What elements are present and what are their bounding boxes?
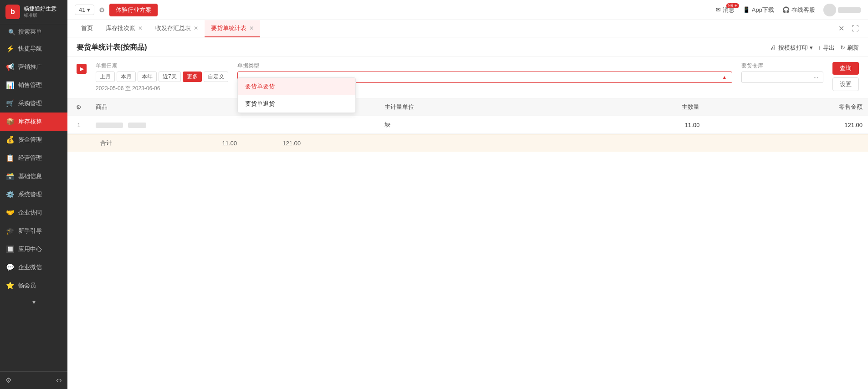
scroll-down-button[interactable]: ▾ bbox=[0, 297, 67, 307]
sidebar-item-purchase[interactable]: 🛒 采购管理 bbox=[0, 94, 67, 113]
sidebar-item-label: 畅会员 bbox=[18, 282, 36, 290]
search-icon: 🔍 bbox=[8, 29, 15, 36]
settings-icon[interactable]: ⚙ bbox=[5, 376, 11, 384]
chevron-down-icon: ▾ bbox=[87, 6, 90, 13]
footer-amount: 121.00 bbox=[237, 140, 301, 147]
chevron-up-icon: ▲ bbox=[722, 74, 727, 81]
table-row: 1 块 11.00 121.00 bbox=[67, 116, 868, 134]
app-version: 标准版 bbox=[24, 12, 56, 19]
sidebar-item-label: 经营管理 bbox=[18, 154, 42, 162]
export-label: 导出 bbox=[823, 44, 835, 52]
date-label: 单据日期 bbox=[96, 62, 118, 70]
enterprise-icon: 🤝 bbox=[5, 208, 15, 217]
col-unit: 主计量单位 bbox=[379, 98, 570, 116]
wechat-icon: 💬 bbox=[5, 263, 15, 272]
tab-receipt-summary[interactable]: 收发存汇总表 ✕ bbox=[149, 20, 205, 37]
dropdown-item-requisition[interactable]: 要货单要货 bbox=[238, 78, 355, 95]
header-right: ✉ 消息 99 + 📱 App下载 🎧 在线客服 bbox=[716, 4, 861, 16]
printer-icon: 🖨 bbox=[770, 44, 776, 51]
trial-btn[interactable]: 体验行业方案 bbox=[109, 4, 158, 16]
ellipsis-icon[interactable]: ··· bbox=[813, 74, 818, 81]
filter-toggle-button[interactable]: ▶ bbox=[77, 64, 87, 74]
sidebar-item-member[interactable]: ⭐ 畅会员 bbox=[0, 276, 67, 295]
gear-button[interactable]: ⚙ bbox=[99, 6, 105, 14]
row-amount[interactable]: 121.00 bbox=[705, 116, 868, 134]
search-menu-label: 搜索菜单 bbox=[18, 28, 42, 36]
sidebar-item-system[interactable]: ⚙️ 系统管理 bbox=[0, 185, 67, 204]
refresh-label: 刷新 bbox=[847, 44, 859, 52]
sidebar-item-label: 新手引导 bbox=[18, 227, 42, 235]
tab-home[interactable]: 首页 bbox=[75, 20, 99, 37]
messages-item[interactable]: ✉ 消息 99 + bbox=[716, 6, 734, 14]
tab-batch-account[interactable]: 库存批次账 ✕ bbox=[99, 20, 149, 37]
app-download-item[interactable]: 📱 App下载 bbox=[743, 6, 774, 14]
date-btn-custom[interactable]: 自定义 bbox=[204, 72, 228, 82]
sidebar-item-quick-nav[interactable]: ⚡ 快捷导航 bbox=[0, 40, 67, 58]
sidebar-item-basic-info[interactable]: 🗃️ 基础信息 bbox=[0, 167, 67, 185]
sidebar-item-marketing[interactable]: 📢 营销推广 bbox=[0, 58, 67, 76]
dropdown-item-return[interactable]: 要货单退货 bbox=[238, 95, 355, 113]
product-placeholder-1 bbox=[96, 123, 123, 128]
sidebar-item-label: 库存核算 bbox=[18, 118, 42, 126]
top-header: 41 ▾ ⚙ 体验行业方案 ✉ 消息 99 + 📱 App下载 🎧 在线客服 bbox=[67, 0, 868, 20]
sidebar-item-enterprise[interactable]: 🤝 企业协同 bbox=[0, 204, 67, 222]
sidebar-item-app-center[interactable]: 🔲 应用中心 bbox=[0, 240, 67, 258]
tab-receipt-summary-close[interactable]: ✕ bbox=[194, 25, 198, 31]
page-content: 要货单统计表(按商品) 🖨 按模板打印 ▾ ↑ 导出 ↻ 刷新 ▶ bbox=[67, 37, 868, 389]
sidebar-scroll-down[interactable]: ▾ bbox=[0, 295, 67, 309]
breadcrumb-select[interactable]: 41 ▾ bbox=[75, 5, 94, 15]
row-quantity[interactable]: 11.00 bbox=[570, 116, 705, 134]
sales-icon: 📊 bbox=[5, 81, 15, 90]
sidebar-item-sales[interactable]: 📊 销售管理 bbox=[0, 76, 67, 94]
date-btn-7days[interactable]: 近7天 bbox=[159, 72, 181, 82]
date-btn-more[interactable]: 更多 bbox=[183, 72, 202, 82]
table-footer: 合计 11.00 121.00 bbox=[67, 134, 868, 152]
warehouse-input[interactable]: ··· bbox=[741, 72, 823, 83]
tab-requisition-stats[interactable]: 要货单统计表 ✕ bbox=[205, 20, 260, 37]
search-menu[interactable]: 🔍 搜索菜单 bbox=[0, 24, 67, 40]
print-chevron: ▾ bbox=[810, 44, 813, 51]
date-btn-last-month[interactable]: 上月 bbox=[96, 72, 115, 82]
filter-warehouse-group: 要货仓库 ··· bbox=[741, 62, 823, 83]
app-center-icon: 🔲 bbox=[5, 245, 15, 254]
tab-requisition-stats-close[interactable]: ✕ bbox=[249, 25, 254, 31]
filter-actions: 查询 设置 bbox=[832, 62, 859, 91]
print-label: 按模板打印 bbox=[778, 44, 808, 52]
guide-icon: 🎓 bbox=[5, 226, 15, 235]
export-button[interactable]: ↑ 导出 bbox=[818, 44, 835, 52]
tab-batch-account-close[interactable]: ✕ bbox=[138, 25, 143, 31]
sidebar-item-operations[interactable]: 📋 经营管理 bbox=[0, 149, 67, 167]
sidebar-item-label: 企业协同 bbox=[18, 209, 42, 217]
data-table: ⚙ 商品 主计量单位 主数量 零售金额 1 bbox=[67, 98, 868, 134]
settings-button[interactable]: 设置 bbox=[832, 77, 859, 91]
row-index: 1 bbox=[67, 116, 90, 134]
filter-row: ▶ 单据日期 上月 本月 本年 近7天 更多 自定义 2023-05-06 至 … bbox=[67, 56, 868, 98]
sidebar-item-guide[interactable]: 🎓 新手引导 bbox=[0, 222, 67, 240]
date-buttons: 上月 本月 本年 近7天 更多 自定义 bbox=[96, 72, 228, 82]
expand-tabs-btn[interactable]: ⛶ bbox=[850, 24, 861, 34]
query-button[interactable]: 查询 bbox=[832, 62, 859, 75]
sidebar-item-wechat[interactable]: 💬 企业微信 bbox=[0, 258, 67, 276]
date-btn-this-year[interactable]: 本年 bbox=[138, 72, 157, 82]
headset-icon: 🎧 bbox=[782, 6, 790, 13]
row-product bbox=[90, 116, 379, 134]
row-unit: 块 bbox=[379, 116, 570, 134]
system-icon: ⚙️ bbox=[5, 190, 15, 199]
logo-icon: b bbox=[5, 5, 20, 19]
sidebar-item-inventory[interactable]: 📦 库存核算 bbox=[0, 113, 67, 131]
print-button[interactable]: 🖨 按模板打印 ▾ bbox=[770, 44, 813, 52]
online-service-item[interactable]: 🎧 在线客服 bbox=[782, 6, 815, 14]
col-settings[interactable]: ⚙ bbox=[67, 98, 90, 116]
refresh-button[interactable]: ↻ 刷新 bbox=[840, 44, 859, 52]
user-avatar-item[interactable] bbox=[823, 4, 861, 16]
sidebar-item-label: 营销推广 bbox=[18, 63, 42, 71]
date-range: 2023-05-06 至 2023-06-06 bbox=[96, 85, 160, 92]
date-btn-this-month[interactable]: 本月 bbox=[117, 72, 136, 82]
sidebar-item-finance[interactable]: 💰 资金管理 bbox=[0, 131, 67, 149]
collapse-icon[interactable]: ⇔ bbox=[56, 376, 62, 384]
purchase-icon: 🛒 bbox=[5, 99, 15, 108]
sidebar-bottom: ⚙ ⇔ bbox=[0, 371, 67, 389]
type-dropdown: 要货单要货 要货单退货 bbox=[237, 77, 356, 113]
close-all-btn[interactable]: ✕ bbox=[837, 23, 846, 34]
sidebar: b 畅捷通好生意 标准版 🔍 搜索菜单 ⚡ 快捷导航 📢 营销推广 📊 销售管理… bbox=[0, 0, 67, 389]
